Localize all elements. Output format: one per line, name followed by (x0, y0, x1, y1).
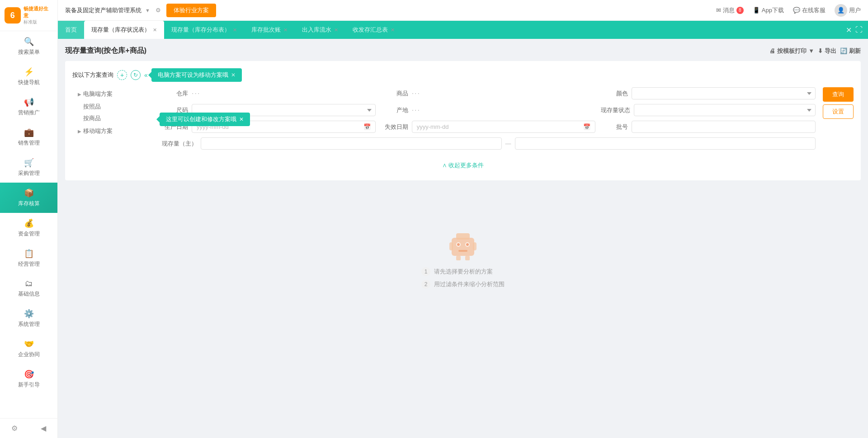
chevron-up-icon: ∧ (442, 162, 447, 169)
gear-icon[interactable]: ⚙ (156, 7, 161, 14)
export-button[interactable]: ⬇ 导出 (818, 47, 836, 55)
scheme-tooltip-2: 这里可以创建和修改方案哦 ✕ (160, 113, 250, 126)
sidebar-item-system[interactable]: ⚙️ 系统管理 (0, 303, 57, 334)
tab-close-icon[interactable]: ✕ (153, 27, 157, 33)
goods-dots: ··· (412, 89, 420, 98)
tab-label: 收发存汇总表 (353, 26, 388, 34)
svg-rect-1 (456, 233, 470, 240)
topbar-right: ✉ 消息 8 📱 App下载 💬 在线客服 👤 用户 (716, 4, 861, 17)
scheme-tooltip-close-button[interactable]: ✕ (231, 72, 236, 78)
sidebar-item-label: 新手引导 (18, 381, 40, 389)
scheme-list-container: ▶ 电脑端方案 按照品 按商品 ▶ 移动端方案 (72, 87, 154, 153)
expand-button[interactable]: ⛶ (855, 26, 863, 34)
sidebar-item-label: 基础信息 (18, 290, 40, 298)
collapse-sidebar-button[interactable]: ◀ (41, 424, 46, 433)
sidebar-item-finance[interactable]: 💰 资金管理 (0, 213, 57, 243)
service-icon: 💬 (793, 7, 800, 14)
empty-tip-1: 1 请先选择要分析的方案 (421, 267, 505, 276)
message-icon: ✉ (716, 7, 721, 14)
color-select[interactable] (632, 87, 816, 99)
system-selector[interactable]: 装备及固定资产辅助管理系统 ▼ (65, 6, 150, 14)
pc-scheme-item[interactable]: ▶ 电脑端方案 (72, 87, 154, 101)
trial-button[interactable]: 体验行业方案 (166, 4, 216, 17)
sidebar-bottom: ⚙ ◀ (0, 418, 57, 438)
scheme-sub-item[interactable]: 按照品 (72, 101, 154, 113)
filter-add-button[interactable]: + (117, 70, 127, 80)
batch-no-input[interactable] (632, 121, 816, 133)
stock-max-input[interactable] (515, 137, 816, 150)
marketing-icon: 📢 (24, 97, 34, 107)
collapse-bar[interactable]: ∧ 收起更多条件 (72, 158, 854, 173)
filter-panel: 按以下方案查询 + ↻ « 电脑方案可设为移动方案哦 ✕ ▶ 电脑端方案 (65, 61, 861, 180)
close-tab-button[interactable]: ✕ (846, 26, 852, 34)
tab-batch-ledger[interactable]: 库存批次账 ✕ (244, 21, 295, 39)
empty-state: 1 请先选择要分析的方案 2 用过滤条件来缩小分析范围 (65, 186, 861, 325)
message-badge: 8 (736, 7, 744, 14)
sidebar-item-inventory[interactable]: 📦 库存核算 (0, 183, 57, 213)
filter-cycle-button[interactable]: ↻ (131, 70, 141, 80)
range-separator: — (505, 140, 511, 147)
sidebar-item-quicknav[interactable]: ⚡ 快捷导航 (0, 61, 57, 92)
sidebar-item-search[interactable]: 🔍 搜索菜单 (0, 31, 57, 61)
tab-inout-flow[interactable]: 出入库流水 ✕ (295, 21, 345, 39)
expiry-date-label: 失效日期 (381, 123, 408, 131)
sidebar-item-enterprise[interactable]: 🤝 企业协同 (0, 334, 57, 364)
filter-fields: 仓库 ··· 商品 ··· 颜色 (161, 87, 816, 153)
sidebar-item-basic[interactable]: 🗂 基础信息 (0, 273, 57, 303)
sidebar-logo: 6 畅捷通好生意 标准版 (0, 0, 57, 31)
sidebar-item-purchase[interactable]: 🛒 采购管理 (0, 152, 57, 183)
online-service-button[interactable]: 💬 在线客服 (793, 6, 826, 14)
filter-arrow-button[interactable]: « (144, 71, 148, 79)
sidebar-item-sales[interactable]: 💼 销售管理 (0, 122, 57, 152)
empty-tip-2: 2 用过滤条件来缩小分析范围 (421, 280, 505, 289)
sidebar-item-marketing[interactable]: 📢 营销推广 (0, 92, 57, 122)
print-button[interactable]: 🖨 按模板打印 ▼ (769, 47, 814, 55)
tab-label: 现存量（库存状况表） (91, 26, 150, 34)
stock-status-select[interactable] (634, 104, 816, 116)
empty-tips: 1 请先选择要分析的方案 2 用过滤条件来缩小分析范围 (421, 267, 505, 289)
stock-min-input[interactable] (201, 137, 502, 150)
sidebar-item-guide[interactable]: 🎯 新手引导 (0, 364, 57, 394)
refresh-button[interactable]: 🔄 刷新 (840, 47, 861, 55)
tab-home-label: 首页 (65, 26, 77, 34)
tab-shipment-summary[interactable]: 收发存汇总表 ✕ (345, 21, 402, 39)
sidebar-item-label: 系统管理 (18, 320, 40, 328)
svg-rect-10 (465, 256, 470, 260)
tab-close-icon[interactable]: ✕ (233, 27, 237, 33)
tab-close-icon[interactable]: ✕ (334, 27, 338, 33)
chevron-down-icon: ▼ (145, 8, 150, 13)
goods-label: 商品 (381, 89, 408, 98)
tab-label: 库存批次账 (251, 26, 281, 34)
expiry-date-input[interactable]: yyyy-mm-dd 📅 (412, 121, 596, 133)
user-menu-button[interactable]: 👤 用户 (835, 4, 861, 17)
filter-header-label: 按以下方案查询 (72, 71, 113, 79)
sidebar-item-label: 销售管理 (18, 139, 40, 147)
sidebar-item-label: 快捷导航 (18, 79, 40, 86)
tab-close-icon[interactable]: ✕ (391, 27, 395, 33)
tab-inventory-status[interactable]: 现存量（库存状况表） ✕ (84, 21, 164, 39)
tab-home[interactable]: 首页 (58, 21, 84, 39)
tab-label: 出入库流水 (302, 26, 331, 34)
logo-text: 畅捷通好生意 标准版 (24, 5, 53, 25)
warehouse-dots: ··· (192, 89, 200, 98)
app-download-button[interactable]: 📱 App下载 (753, 6, 784, 14)
query-button[interactable]: 查询 (823, 87, 854, 102)
svg-point-5 (466, 243, 469, 246)
reset-button[interactable]: 设置 (823, 104, 854, 119)
tab-close-icon[interactable]: ✕ (283, 27, 288, 33)
filter-origin: 产地 ··· (381, 104, 596, 116)
sidebar-item-label: 营销推广 (18, 109, 40, 117)
scheme-sub-item-2[interactable]: 按商品 (72, 113, 154, 124)
settings-button[interactable]: ⚙ (11, 424, 18, 433)
scheme-tooltip-2-close-button[interactable]: ✕ (239, 116, 244, 122)
message-button[interactable]: ✉ 消息 8 (716, 6, 744, 14)
mobile-scheme-item[interactable]: ▶ 移动端方案 (72, 124, 154, 138)
filter-buttons: 查询 设置 (823, 87, 854, 153)
system-name: 装备及固定资产辅助管理系统 (65, 6, 142, 14)
tab-inventory-dist[interactable]: 现存量（库存分布表） ✕ (164, 21, 244, 39)
tabs-bar: 首页 现存量（库存状况表） ✕ 现存量（库存分布表） ✕ 库存批次账 ✕ 出入库… (58, 21, 868, 39)
page-title-bar: 现存量查询(按仓库+商品) 🖨 按模板打印 ▼ ⬇ 导出 🔄 刷新 (65, 46, 861, 56)
chevron-down-icon: ▼ (808, 47, 814, 54)
sidebar-item-operations[interactable]: 📋 经营管理 (0, 243, 57, 273)
filter-stock-status: 现存量状态 (601, 104, 816, 116)
